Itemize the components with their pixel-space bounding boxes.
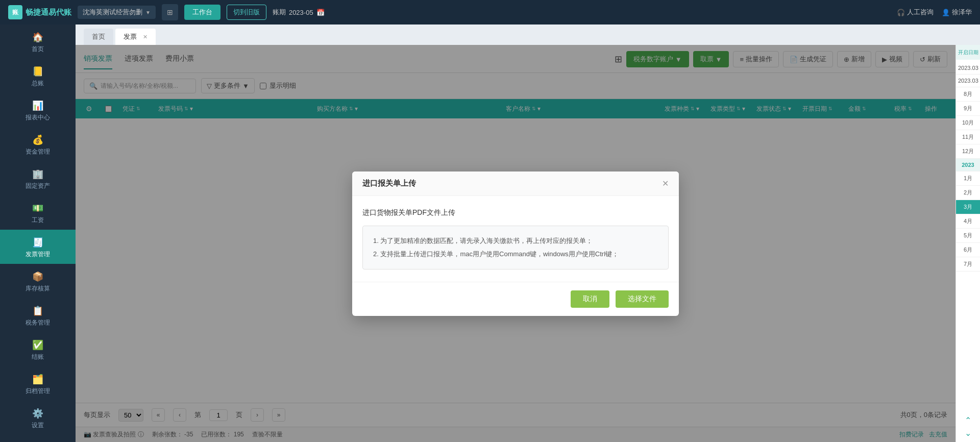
main-layout: 🏠 首页 📒 总账 📊 报表中心 💰 资金管理 🏢 固定资产 💵 工资 🧾 发票…: [0, 24, 980, 442]
dialog-info-line2: 2. 支持批量上传进口报关单，mac用户使用Command键，windows用户…: [373, 248, 658, 261]
sidebar-label-payroll: 工资: [32, 216, 44, 225]
dialog-body: 进口货物报关单PDF文件上传 1. 为了更加精准的数据匹配，请先录入海关缴款书，…: [352, 196, 679, 282]
open-date-label: 开启日期: [958, 49, 978, 56]
period-value: 2023-05: [289, 9, 313, 16]
sidebar-label-fixed-assets: 固定资产: [26, 182, 50, 190]
tabs-bar: 首页 发票 ✕: [76, 24, 980, 45]
dialog-title: 进口报关单上传: [362, 179, 416, 188]
sidebar-label-funds: 资金管理: [26, 148, 50, 156]
closing-icon: ✅: [32, 339, 43, 351]
user-avatar-icon: 👤: [942, 9, 950, 16]
topbar-right: 🎧 人工咨询 👤 徐泽华: [897, 8, 972, 17]
sidebar-item-settings[interactable]: ⚙️ 设置: [0, 401, 76, 435]
period-2023[interactable]: 2023: [956, 159, 980, 171]
period-11[interactable]: 11月: [956, 130, 980, 144]
fixed-assets-icon: 🏢: [32, 168, 43, 180]
reports-icon: 📊: [32, 100, 43, 111]
dialog-footer: 取消 选择文件: [352, 282, 679, 316]
period-2023-03-2[interactable]: 2023.03: [956, 75, 980, 87]
app-logo: 账 畅捷通易代账: [8, 5, 71, 19]
settings-icon: ⚙️: [32, 408, 43, 419]
dialog-info-box: 1. 为了更加精准的数据匹配，请先录入海关缴款书，再上传对应的报关单； 2. 支…: [362, 226, 669, 269]
dialog-header: 进口报关单上传 ✕: [352, 171, 679, 196]
payroll-icon: 💵: [32, 203, 43, 214]
collapse-down-icon[interactable]: ⌄: [965, 428, 971, 438]
company-selector[interactable]: 沈海英测试经营勿删 ▼: [78, 6, 156, 19]
tab-invoice[interactable]: 发票 ✕: [115, 29, 156, 45]
modal-overlay[interactable]: 进口报关单上传 ✕ 进口货物报关单PDF文件上传 1. 为了更加精准的数据匹配，…: [76, 45, 955, 442]
period-9[interactable]: 9月: [956, 102, 980, 116]
expand-up-icon[interactable]: ⌃: [965, 415, 971, 425]
ledger-icon: 📒: [32, 66, 43, 77]
period-12[interactable]: 12月: [956, 144, 980, 159]
dialog-select-file-button[interactable]: 选择文件: [616, 290, 669, 308]
right-panel: 开启日期 2023.03 2023.03 8月 9月 10月 11月 12月 2…: [955, 45, 980, 442]
sidebar-label-inventory: 库存核算: [26, 284, 50, 293]
sidebar-item-fixed-assets[interactable]: 🏢 固定资产: [0, 161, 76, 195]
sidebar-label-closing: 结账: [32, 353, 44, 361]
user-menu[interactable]: 👤 徐泽华: [942, 8, 972, 17]
period-8[interactable]: 8月: [956, 87, 980, 102]
period-10[interactable]: 10月: [956, 116, 980, 130]
company-name: 沈海英测试经营勿删: [83, 8, 142, 17]
user-name: 徐泽华: [952, 8, 972, 17]
open-date-toggle[interactable]: 开启日期: [956, 45, 980, 60]
archive-icon: 🗂️: [32, 374, 43, 385]
sidebar-label-ledger: 总账: [32, 79, 44, 88]
app-name: 畅捷通易代账: [26, 8, 71, 17]
company-dropdown-icon: ▼: [145, 10, 151, 15]
workspace-button[interactable]: 工作台: [184, 5, 220, 20]
period-4[interactable]: 4月: [956, 214, 980, 229]
dialog-cancel-button[interactable]: 取消: [571, 290, 609, 308]
period-1[interactable]: 1月: [956, 171, 980, 186]
sidebar-label-settings: 设置: [32, 421, 44, 430]
period-6[interactable]: 6月: [956, 243, 980, 257]
headset-icon: 🎧: [897, 9, 905, 16]
tab-home-label: 首页: [92, 33, 105, 40]
sidebar-item-inventory[interactable]: 📦 库存核算: [0, 264, 76, 298]
period-3[interactable]: 3月: [956, 200, 980, 214]
sidebar-item-invoice-mgmt[interactable]: 🧾 发票管理: [0, 230, 76, 264]
period-2023-03-1[interactable]: 2023.03: [956, 62, 980, 75]
period-display: 账期 2023-05 📅: [273, 8, 325, 17]
sidebar-item-ledger[interactable]: 📒 总账: [0, 59, 76, 93]
sidebar-label-archive: 归档管理: [26, 387, 50, 396]
tab-invoice-close-icon[interactable]: ✕: [143, 34, 148, 40]
topbar: 账 畅捷通易代账 沈海英测试经营勿删 ▼ ⊞ 工作台 切到旧版 账期 2023-…: [0, 0, 980, 24]
period-label: 账期: [273, 8, 286, 17]
sidebar-item-reports[interactable]: 📊 报表中心: [0, 93, 76, 127]
tax-mgmt-icon: 📋: [32, 305, 43, 316]
sidebar-item-archive[interactable]: 🗂️ 归档管理: [0, 366, 76, 401]
sidebar-item-funds[interactable]: 💰 资金管理: [0, 127, 76, 161]
sidebar-item-payroll[interactable]: 💵 工资: [0, 195, 76, 230]
invoice-mgmt-icon: 🧾: [32, 237, 43, 248]
sidebar: 🏠 首页 📒 总账 📊 报表中心 💰 资金管理 🏢 固定资产 💵 工资 🧾 发票…: [0, 24, 76, 442]
logo-icon: 账: [8, 5, 22, 19]
sidebar-label-invoice-mgmt: 发票管理: [26, 250, 50, 259]
dialog-section-title: 进口货物报关单PDF文件上传: [362, 208, 669, 217]
funds-icon: 💰: [32, 134, 43, 145]
old-version-button[interactable]: 切到旧版: [227, 5, 266, 20]
customer-service[interactable]: 🎧 人工咨询: [897, 8, 934, 17]
inventory-icon: 📦: [32, 271, 43, 282]
dialog-info-line1: 1. 为了更加精准的数据匹配，请先录入海关缴款书，再上传对应的报关单；: [373, 234, 658, 248]
sidebar-item-home[interactable]: 🏠 首页: [0, 24, 76, 59]
tab-home[interactable]: 首页: [84, 29, 113, 45]
import-customs-dialog: 进口报关单上传 ✕ 进口货物报关单PDF文件上传 1. 为了更加精准的数据匹配，…: [352, 171, 679, 316]
tab-invoice-label: 发票: [124, 33, 137, 40]
period-7[interactable]: 7月: [956, 257, 980, 272]
company-settings-icon[interactable]: ⊞: [162, 4, 178, 20]
period-2[interactable]: 2月: [956, 186, 980, 200]
period-section: 2023.03 2023.03 8月 9月 10月 11月 12月 2023 1…: [956, 60, 980, 274]
calendar-icon[interactable]: 📅: [316, 9, 325, 16]
sidebar-item-tax-mgmt[interactable]: 📋 税务管理: [0, 298, 76, 332]
home-icon: 🏠: [32, 32, 43, 43]
sidebar-label-reports: 报表中心: [26, 113, 50, 122]
service-label: 人工咨询: [907, 8, 934, 17]
sidebar-item-closing[interactable]: ✅ 结账: [0, 332, 76, 366]
period-5[interactable]: 5月: [956, 229, 980, 243]
sidebar-label-home: 首页: [32, 45, 44, 54]
sidebar-item-guide[interactable]: 🎯 新手引导: [0, 435, 76, 442]
dialog-close-button[interactable]: ✕: [662, 179, 669, 188]
page-content: 销项发票 进项发票 费用小票 ⊞ 税务数字账户 ▼: [76, 45, 955, 442]
